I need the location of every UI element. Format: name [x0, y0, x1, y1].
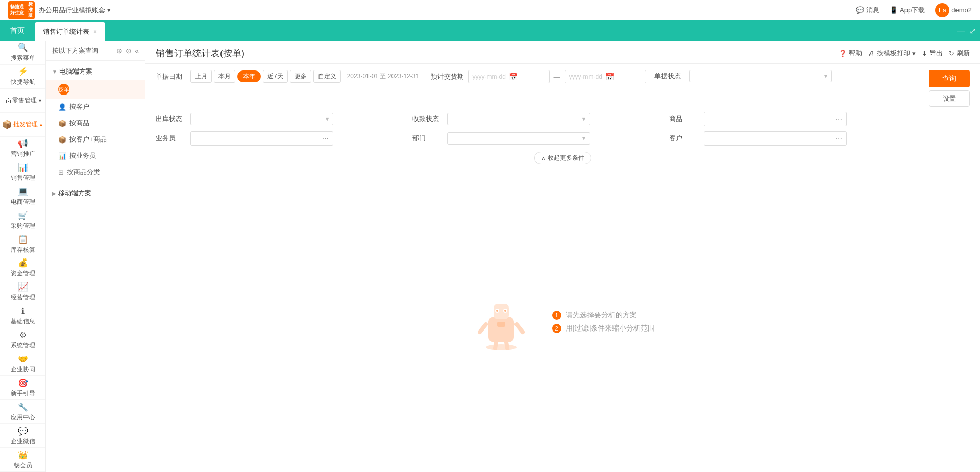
sidebar-item-wechat[interactable]: 💬 企业微信 — [0, 424, 45, 448]
template-print-button[interactable]: 🖨 按模板打印 ▾ — [868, 49, 916, 58]
customer-filter: 客户 ··· — [669, 131, 918, 146]
customer-select[interactable]: ··· — [704, 131, 847, 146]
avatar: Ea — [935, 3, 949, 17]
query-button[interactable]: 查询 — [929, 70, 970, 87]
add-scheme-button[interactable]: ⊕ — [116, 46, 122, 55]
refresh-button[interactable]: ↻ 刷新 — [949, 49, 970, 58]
marketing-icon: 📢 — [18, 138, 28, 148]
message-icon: 💬 — [856, 6, 864, 14]
scheme-by-goods-category[interactable]: ⊞ 按商品分类 — [46, 164, 145, 180]
operations-icon: 📈 — [18, 282, 28, 292]
message-button[interactable]: 💬 消息 — [856, 6, 879, 15]
expected-date-label: 预计交货期 — [431, 72, 464, 81]
date-btn-more[interactable]: 更多 — [290, 70, 311, 83]
chevron-down-icon-desktop: ▼ — [52, 69, 57, 75]
date-btn-last-month[interactable]: 上月 — [190, 70, 212, 83]
app-logo: 畅捷通好生意 标准版 — [8, 1, 35, 19]
inventory-icon: 📋 — [18, 234, 28, 244]
sidebar-item-collaboration[interactable]: 🤝 企业协同 — [0, 352, 45, 376]
desktop-section-title[interactable]: ▼ 电脑端方案 — [46, 63, 145, 80]
payment-filter: 收款状态 ▾ — [412, 113, 661, 125]
dept-filter: 部门 ▾ — [412, 132, 661, 145]
sidebar-item-app-center[interactable]: 🔧 应用中心 — [0, 400, 45, 424]
tab-sales-stats[interactable]: 销售订单统计表 × — [35, 22, 105, 41]
tab-minimize-icon[interactable]: — — [957, 26, 965, 35]
refresh-icon: ↻ — [949, 50, 954, 57]
sidebar-item-operations[interactable]: 📈 经营管理 — [0, 280, 45, 304]
app-selector[interactable]: 办公用品行业模拟账套 ▾ — [39, 6, 111, 15]
sidebar-item-finance[interactable]: 💰 资金管理 — [0, 256, 45, 280]
expected-date-filter: 预计交货期 yyyy-mm-dd 📅 — yyyy-mm-dd 📅 — [431, 70, 646, 83]
sidebar-item-system[interactable]: ⚙ 系统管理 — [0, 328, 45, 352]
salesperson-select[interactable]: ··· — [190, 131, 333, 146]
date-btn-last-7[interactable]: 近7天 — [263, 70, 288, 83]
member-icon: 👑 — [18, 450, 28, 460]
sales-icon: 📊 — [18, 162, 28, 172]
tab-bar: 首页 销售订单统计表 × — ⤢ — [0, 20, 980, 41]
hint-num-1: 1 — [552, 311, 561, 320]
dept-select[interactable]: ▾ — [447, 132, 590, 145]
goods-select[interactable]: ··· — [704, 112, 847, 126]
sidebar-item-member[interactable]: 👑 畅会员 — [0, 448, 45, 472]
app-download-button[interactable]: 📱 App下载 — [890, 6, 925, 15]
action-buttons: 查询 设置 — [929, 70, 970, 107]
tab-home[interactable]: 首页 — [0, 20, 35, 41]
scheme-by-order[interactable]: 按单 — [46, 80, 145, 99]
mobile-schemes-section: ▶ 移动端方案 — [46, 182, 145, 204]
sidebar-item-ecom[interactable]: 💻 电商管理 — [0, 184, 45, 208]
sidebar-item-sales[interactable]: 📊 销售管理 — [0, 160, 45, 184]
sidebar-item-search[interactable]: 🔍 搜索菜单 — [0, 41, 45, 65]
chevron-down-icon-retail: ▼ — [38, 98, 42, 103]
empty-hint-2: 2 用[过滤]条件来缩小分析范围 — [552, 324, 655, 333]
payment-select[interactable]: ▾ — [447, 113, 590, 125]
status-select[interactable]: ▾ — [689, 70, 832, 82]
empty-illustration — [471, 291, 532, 352]
sidebar-item-base-info[interactable]: ℹ 基础信息 — [0, 304, 45, 328]
dots-icon-salesperson[interactable]: ··· — [322, 134, 329, 143]
chevron-right-icon-mobile: ▶ — [52, 191, 56, 196]
reset-button[interactable]: 设置 — [929, 90, 970, 107]
svg-point-0 — [486, 344, 517, 350]
scheme-by-goods[interactable]: 📦 按商品 — [46, 115, 145, 131]
mobile-section-title[interactable]: ▶ 移动端方案 — [46, 184, 145, 202]
scheme-by-customer[interactable]: 👤 按客户 — [46, 99, 145, 115]
customer-label: 客户 — [669, 134, 700, 143]
user-menu[interactable]: Ea demo2 — [935, 3, 972, 17]
sidebar-item-retail[interactable]: 🛍 零售管理 ▼ — [0, 89, 45, 113]
dots-icon-goods[interactable]: ··· — [836, 114, 842, 124]
expected-date-to[interactable]: yyyy-mm-dd 📅 — [565, 70, 646, 83]
tab-close-icon[interactable]: × — [93, 28, 97, 35]
svg-point-5 — [496, 310, 498, 312]
scheme-by-customer-goods[interactable]: 📦 按客户+商品 — [46, 131, 145, 148]
collapse-button[interactable]: ∧ 收起更多条件 — [534, 152, 591, 164]
guide-icon: 🎯 — [18, 378, 28, 388]
scheme-by-salesperson[interactable]: 📊 按业务员 — [46, 148, 145, 164]
dots-icon-customer[interactable]: ··· — [836, 134, 842, 143]
sidebar-item-wholesale[interactable]: 📦 批发管理 ▲ — [0, 113, 45, 137]
chevron-down-icon: ▾ — [107, 6, 111, 14]
sidebar-item-purchase[interactable]: 🛒 采购管理 — [0, 208, 45, 232]
sidebar-item-marketing[interactable]: 📢 营销推广 — [0, 137, 45, 161]
tab-maximize-icon[interactable]: ⤢ — [969, 26, 976, 36]
salesperson-filter: 业务员 ··· — [156, 131, 404, 146]
chevron-down-icon-payment: ▾ — [582, 115, 585, 123]
delivery-select[interactable]: ▾ — [190, 113, 333, 125]
date-btn-custom[interactable]: 自定义 — [313, 70, 341, 83]
date-dash: — — [554, 73, 560, 81]
date-btn-this-month[interactable]: 本月 — [214, 70, 235, 83]
sidebar-item-nav[interactable]: ⚡ 快捷导航 — [0, 65, 45, 89]
sidebar-item-newbie[interactable]: 🎯 新手引导 — [0, 376, 45, 400]
sidebar-item-inventory[interactable]: 📋 库存核算 — [0, 232, 45, 256]
expected-date-from[interactable]: yyyy-mm-dd 📅 — [468, 70, 550, 83]
help-button[interactable]: ❓ 帮助 — [839, 49, 862, 58]
collapse-panel-button[interactable]: « — [135, 46, 139, 55]
combined-icon: 📦 — [58, 136, 66, 144]
settings-scheme-button[interactable]: ⊙ — [126, 46, 132, 55]
sidebar: 🔍 搜索菜单 ⚡ 快捷导航 🛍 零售管理 ▼ 📦 批发管理 ▲ 📢 营销推广 📊… — [0, 41, 46, 472]
svg-rect-12 — [497, 322, 505, 327]
svg-line-8 — [480, 324, 486, 332]
date-btn-this-year[interactable]: 本年 — [237, 70, 261, 82]
info-icon: ℹ — [21, 306, 24, 316]
chevron-down-icon-dept: ▾ — [582, 135, 585, 142]
export-button[interactable]: ⬇ 导出 — [922, 49, 943, 58]
